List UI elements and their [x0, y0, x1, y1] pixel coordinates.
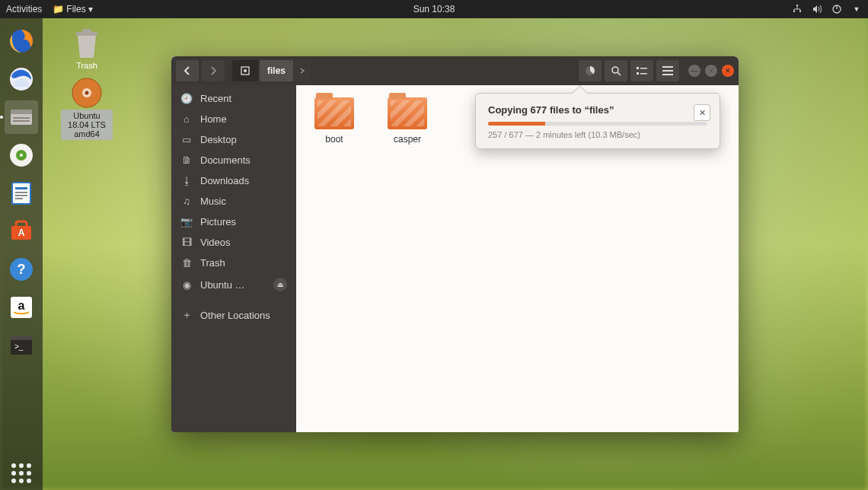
dock-ubuntu-software[interactable]: A: [5, 215, 38, 248]
svg-rect-46: [662, 74, 673, 75]
path-root-icon[interactable]: [232, 60, 258, 81]
files-icon: 📁: [53, 4, 63, 14]
desktop-dvd[interactable]: Ubuntu 18.04 LTS amd64: [61, 76, 113, 140]
sidebar-item-home[interactable]: ⌂Home: [171, 109, 296, 129]
download-icon: ⭳: [180, 175, 193, 186]
window-minimize[interactable]: —: [688, 65, 700, 77]
sidebar-item-videos[interactable]: 🎞Videos: [171, 232, 296, 253]
svg-point-34: [85, 91, 89, 95]
sidebar-item-label: Home: [200, 113, 227, 125]
sidebar-item-desktop[interactable]: ▭Desktop: [171, 129, 296, 150]
desktop-trash-label: Trash: [76, 61, 97, 70]
disc-icon: ◉: [180, 279, 193, 291]
sidebar-item-label: Music: [200, 196, 226, 207]
dock-help[interactable]: ?: [5, 253, 38, 286]
app-menu[interactable]: 📁 Files ▾: [53, 4, 93, 14]
power-icon[interactable]: [831, 4, 842, 14]
forward-button[interactable]: [202, 60, 225, 81]
svg-rect-19: [15, 198, 23, 199]
eject-icon[interactable]: ⏏: [273, 278, 287, 291]
show-applications[interactable]: [5, 457, 38, 490]
desktop-dvd-label: Ubuntu 18.04 LTS amd64: [61, 110, 113, 140]
dock-terminal[interactable]: >_: [5, 329, 38, 362]
sidebar-item-music[interactable]: ♫Music: [171, 191, 296, 212]
sidebar-item-label: Recent: [200, 93, 231, 104]
network-icon[interactable]: [792, 4, 803, 14]
folder-icon: ▭: [180, 134, 193, 145]
cancel-copy-button[interactable]: ✕: [694, 104, 710, 121]
clock-icon: 🕘: [180, 93, 193, 104]
sidebar-item-other-locations[interactable]: ＋Other Locations: [171, 304, 296, 326]
sidebar-item-label: Documents: [200, 154, 251, 166]
folder-icon: [388, 97, 427, 129]
dock-rhythmbox[interactable]: [5, 138, 38, 172]
music-icon: ♫: [180, 196, 193, 207]
hamburger-menu-button[interactable]: [656, 60, 679, 81]
path-current[interactable]: files: [260, 60, 293, 81]
sidebar-item-pictures[interactable]: 📷Pictures: [171, 212, 296, 232]
copy-progress-popover: Copying 677 files to “files” 257 / 677 —…: [475, 93, 720, 149]
dock-amazon[interactable]: a: [5, 291, 38, 324]
svg-text:A: A: [18, 228, 25, 238]
svg-rect-40: [637, 67, 639, 69]
progress-bar: [488, 122, 707, 126]
svg-rect-8: [11, 110, 32, 114]
plus-icon: ＋: [180, 308, 193, 322]
svg-point-13: [20, 154, 23, 157]
trash-icon: [70, 27, 104, 61]
window-close[interactable]: ✕: [722, 65, 734, 77]
sidebar-item-documents[interactable]: 🗎Documents: [171, 150, 296, 170]
dock-libreoffice-writer[interactable]: [5, 177, 38, 210]
svg-rect-30: [82, 29, 91, 33]
svg-rect-0: [796, 5, 798, 6]
svg-rect-45: [662, 70, 673, 72]
sidebar-item-label: Trash: [200, 257, 225, 269]
dock-firefox[interactable]: [5, 24, 38, 58]
sidebar-item-downloads[interactable]: ⭳Downloads: [171, 170, 296, 191]
sidebar-item-trash[interactable]: 🗑Trash: [171, 253, 296, 273]
sidebar-item-label: Pictures: [200, 216, 236, 228]
folder-label: casper: [394, 134, 421, 145]
svg-point-36: [244, 69, 247, 72]
svg-rect-17: [15, 192, 27, 193]
back-button[interactable]: [176, 60, 199, 81]
folder-label: boot: [325, 134, 343, 145]
dock: A ? a >_: [0, 18, 43, 490]
video-icon: 🎞: [180, 237, 193, 248]
copy-detail: 257 / 677 — 2 minutes left (10.3 MB/sec): [488, 130, 707, 139]
dock-thunderbird[interactable]: [5, 62, 38, 96]
sidebar-item-ubuntu-disc[interactable]: ◉Ubuntu …⏏: [171, 273, 296, 296]
clock[interactable]: Sun 10:38: [413, 4, 455, 14]
svg-rect-27: [11, 336, 32, 340]
pathbar: files: [232, 60, 310, 81]
disc-icon: [70, 76, 104, 110]
svg-point-38: [612, 67, 618, 73]
sidebar-item-label: Ubuntu …: [200, 279, 245, 291]
svg-rect-10: [13, 120, 30, 122]
sidebar: 🕘Recent ⌂Home ▭Desktop 🗎Documents ⭳Downl…: [171, 85, 296, 432]
desktop-icons: Trash Ubuntu 18.04 LTS amd64: [61, 27, 113, 140]
search-button[interactable]: [605, 60, 627, 81]
folder-boot[interactable]: boot: [308, 97, 360, 145]
folder-casper[interactable]: casper: [381, 97, 433, 145]
svg-rect-9: [13, 117, 30, 119]
progress-indicator-button[interactable]: [579, 60, 602, 81]
trash-icon: 🗑: [180, 257, 193, 269]
desktop-trash[interactable]: Trash: [61, 27, 113, 70]
dock-files[interactable]: [5, 100, 38, 134]
sidebar-item-label: Videos: [200, 237, 231, 248]
sidebar-item-label: Desktop: [200, 134, 237, 145]
path-next-icon[interactable]: [295, 60, 310, 81]
window-maximize[interactable]: ▫: [705, 65, 717, 77]
svg-rect-41: [637, 72, 639, 75]
app-menu-label: Files ▾: [66, 4, 93, 14]
sidebar-item-recent[interactable]: 🕘Recent: [171, 88, 296, 109]
activities-button[interactable]: Activities: [6, 4, 42, 14]
volume-icon[interactable]: [812, 4, 822, 14]
sidebar-item-label: Other Locations: [200, 310, 270, 321]
headerbar: files — ▫ ✕: [171, 56, 739, 85]
view-toggle-button[interactable]: [630, 60, 653, 81]
camera-icon: 📷: [180, 216, 193, 228]
chevron-down-icon[interactable]: ▼: [851, 4, 862, 14]
document-icon: 🗎: [180, 154, 193, 166]
